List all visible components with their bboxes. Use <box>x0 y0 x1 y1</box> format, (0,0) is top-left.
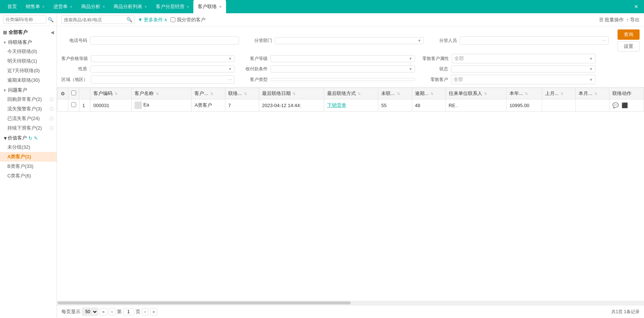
last-page-button[interactable]: » <box>150 308 158 315</box>
info-icon-0[interactable]: ⓘ <box>50 97 54 102</box>
chat-icon[interactable]: 💬 <box>612 102 619 108</box>
sidebar-item-tomorrow[interactable]: 明天待联络(1) <box>0 56 57 66</box>
col-last-contact-date[interactable]: 最后联络日期 ⇅ <box>259 88 324 99</box>
settings-button[interactable]: 设置 <box>618 41 640 52</box>
select-all-checkbox[interactable] <box>71 91 76 95</box>
my-customer-checkbox[interactable] <box>171 17 175 22</box>
qr-icon[interactable]: ⬛ <box>622 102 628 108</box>
page-input[interactable] <box>123 308 134 315</box>
close-tab-purchase[interactable]: × <box>70 4 72 9</box>
info-icon-3[interactable]: ⓘ <box>50 126 54 131</box>
sidebar-search-input[interactable] <box>3 15 46 24</box>
sidebar-item-today[interactable]: 今天待联络(0) <box>0 47 57 56</box>
retail-customer-arrow: ▼ <box>589 78 593 82</box>
tab-sales[interactable]: 销售单 × <box>21 0 49 13</box>
last-contact-method-link[interactable]: 下销货单 <box>327 102 346 108</box>
sort-icon-date: ⇅ <box>293 92 296 96</box>
col-overdue[interactable]: 逾期... ⇅ <box>412 88 446 99</box>
action-buttons: 查询 设置 <box>615 29 640 52</box>
nature-arrow: ▼ <box>228 67 232 71</box>
price-level-select[interactable]: ▼ <box>91 55 235 62</box>
payment-select[interactable]: ▼ <box>271 66 415 73</box>
first-page-button[interactable]: « <box>100 308 107 315</box>
tab-purchase[interactable]: 进货单 × <box>49 0 76 13</box>
next-page-button[interactable]: › <box>142 308 149 315</box>
batch-operation-button[interactable]: ☰ 批量操作 <box>599 17 624 23</box>
col-last-contact-method[interactable]: 最后联络方式 ⇅ <box>324 88 378 99</box>
query-button[interactable]: 查询 <box>618 29 640 40</box>
row-select-checkbox[interactable] <box>71 102 76 107</box>
collapse-icon[interactable]: ◀ <box>51 30 54 35</box>
col-last-month[interactable]: 上月... ⇅ <box>542 88 576 99</box>
close-tab-customer-contact[interactable]: × <box>219 4 221 9</box>
close-tab-sales[interactable]: × <box>42 4 44 9</box>
more-conditions-button[interactable]: ▼ 更多条件 ∧ <box>138 17 168 23</box>
row-last-month <box>542 99 576 112</box>
problem-customers-group[interactable]: ▼ 问题客户 <box>0 85 57 95</box>
tab-product-analysis[interactable]: 商品分析 × <box>77 0 109 13</box>
waiting-contact-group[interactable]: ▼ 待联络客户 <box>0 37 57 47</box>
window-close-button[interactable]: × <box>631 3 641 11</box>
info-icon-1[interactable]: ⓘ <box>50 106 54 112</box>
customer-type-select[interactable] <box>271 78 415 81</box>
sidebar-item-overdue[interactable]: 逾期未联络(30) <box>0 75 57 85</box>
sidebar-item-a-class[interactable]: A类客户(1) <box>0 152 57 162</box>
scroll-thumb[interactable] <box>58 301 351 304</box>
status-select[interactable]: ▼ <box>451 66 595 73</box>
tab-customer-contact[interactable]: 客户联络 × <box>193 0 226 13</box>
table-area: ⚙ 客户编码 ⇅ 客户名称 ⇅ <box>57 88 644 301</box>
sidebar-item-7days[interactable]: 近7天待联络(0) <box>0 66 57 75</box>
col-contact-person[interactable]: 联络... ⇅ <box>225 88 259 99</box>
filter-btn-label: 更多条件 <box>144 17 163 23</box>
col-code[interactable]: 客户编码 ⇅ <box>90 88 132 99</box>
prev-page-button[interactable]: ‹ <box>109 308 115 315</box>
all-customers-header[interactable]: ⊞ 全部客户 ◀ <box>0 26 57 37</box>
sidebar-item-declining[interactable]: 持续下滑客户(2) ⓘ <box>0 123 57 133</box>
nav-home[interactable]: 首页 <box>3 3 21 10</box>
col-unit-contact[interactable]: 往来单位联系人 ⇅ <box>446 88 506 99</box>
value-customers-group[interactable]: ▼ 价值客户 ↻ ✎ <box>0 133 57 142</box>
tab-customer-segment[interactable]: 客户分层经营 × <box>151 0 193 13</box>
close-tab-product-analysis[interactable]: × <box>103 4 105 9</box>
col-customer-level[interactable]: 客户... ⇅ <box>192 88 225 99</box>
edit-icon[interactable]: ✎ <box>34 135 38 141</box>
export-button[interactable]: ↑ 导出 <box>627 17 640 23</box>
refresh-icon[interactable]: ↻ <box>28 135 32 141</box>
sidebar-item-c-class[interactable]: C类客户(6) <box>0 171 57 181</box>
retail-attr-select[interactable]: 全部 ▼ <box>452 54 595 63</box>
region-label: 区域（地区） <box>61 77 88 83</box>
sidebar-item-churned[interactable]: 已流失客户(24) ⓘ <box>0 114 57 123</box>
col-this-month[interactable]: 本月... ⇅ <box>576 88 609 99</box>
horizontal-scrollbar[interactable] <box>57 301 644 305</box>
customer-level-select[interactable]: ▼ <box>271 55 415 62</box>
customer-level-arrow: ▼ <box>409 57 412 61</box>
region-select[interactable]: ··· <box>91 75 235 84</box>
page-size-select[interactable]: 50 <box>82 308 98 316</box>
info-icon-2[interactable]: ⓘ <box>50 116 54 121</box>
close-tab-customer-segment[interactable]: × <box>187 4 189 9</box>
sort-icon-name: ⇅ <box>156 92 159 96</box>
retail-customer-select[interactable]: 全部 ▼ <box>451 75 595 84</box>
close-tab-product-analysis-list[interactable]: × <box>144 4 147 9</box>
person-select[interactable]: ··· <box>460 36 609 45</box>
retail-attr-label: 零散客户属性 <box>422 56 449 62</box>
col-this-year[interactable]: 本年... ⇅ <box>506 88 542 99</box>
sidebar-item-churn-warning[interactable]: 流失预警客户(3) ⓘ <box>0 104 57 114</box>
sidebar-search-icon[interactable]: 🔍 <box>48 17 54 22</box>
search-icon[interactable]: 🔍 <box>126 17 132 22</box>
nature-select[interactable]: ▼ <box>90 66 235 73</box>
search-input[interactable] <box>64 17 125 22</box>
col-no-contact[interactable]: 未联... ⇅ <box>378 88 412 99</box>
grid-icon: ⊞ <box>3 30 7 35</box>
toolbar-right: ☰ 批量操作 ↑ 导出 <box>599 17 640 23</box>
col-settings[interactable]: ⚙ <box>57 88 68 99</box>
col-name[interactable]: 客户名称 ⇅ <box>132 88 192 99</box>
sidebar-item-b-class[interactable]: B类客户(33) <box>0 162 57 171</box>
dept-select[interactable]: ▼ <box>275 37 424 44</box>
sidebar-item-unclassified[interactable]: 未分组(32) <box>0 142 57 152</box>
tab-product-analysis-list[interactable]: 商品分析列表 × <box>109 0 151 13</box>
sidebar-item-abnormal-repurchase[interactable]: 回购异常客户(2) ⓘ <box>0 95 57 104</box>
value-customers-title: 价值客户 <box>8 135 27 141</box>
pagination: 每页显示 50 « ‹ 第 页 › » <box>61 308 157 316</box>
phone-input[interactable] <box>90 36 239 45</box>
